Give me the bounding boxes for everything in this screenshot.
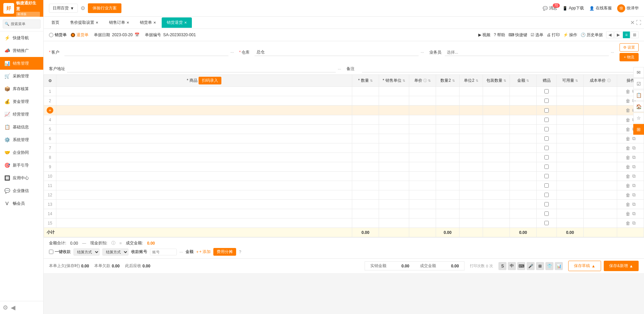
gift-check-15[interactable] (544, 221, 549, 225)
available-cell-13[interactable] (557, 200, 584, 209)
unit-cell-6[interactable] (379, 134, 409, 143)
tab-close-delivery[interactable]: ✕ (153, 21, 156, 24)
cost-cell-1[interactable] (584, 87, 617, 96)
price-cell-5[interactable] (409, 125, 436, 134)
cost-cell-12[interactable] (584, 190, 617, 200)
price-cell-8[interactable] (409, 153, 436, 162)
price-cell-12[interactable] (409, 190, 436, 200)
unit2-cell-3[interactable] (460, 106, 483, 115)
pkg-qty-cell-12[interactable] (483, 190, 510, 200)
summary-method-select[interactable]: 结算方式 (102, 248, 128, 256)
gift-check-14[interactable] (544, 211, 549, 216)
bottom-icon-5[interactable]: ⊞ (536, 262, 544, 270)
goods-cell-3[interactable] (56, 106, 352, 115)
unit2-cell-2[interactable] (460, 96, 483, 106)
unit2-cell-9[interactable] (460, 162, 483, 172)
sidebar-collapse-btn[interactable]: ◀ (11, 304, 15, 311)
qty-cell-13[interactable] (352, 200, 379, 209)
goods-input-10[interactable] (59, 174, 349, 179)
gift-check-1[interactable] (544, 89, 549, 93)
sidebar-item-newbie[interactable]: 🎯 新手引导 (0, 159, 43, 172)
sidebar-item-inventory[interactable]: 📦 库存核算 (0, 82, 43, 95)
pkg-qty-cell-6[interactable] (483, 134, 510, 143)
available-cell-12[interactable] (557, 190, 584, 200)
price-cell-15[interactable] (409, 218, 436, 228)
qty-cell-15[interactable] (352, 218, 379, 228)
bottom-icon-1[interactable]: S (498, 262, 506, 270)
copy-row-btn-15[interactable]: ⧉ (632, 220, 636, 226)
unit-cell-3[interactable] (379, 106, 409, 115)
gift-check-5[interactable] (544, 127, 549, 131)
amount-cell-6[interactable] (510, 134, 537, 143)
price-cell-13[interactable] (409, 200, 436, 209)
calendar-icon[interactable]: 📅 (135, 33, 140, 37)
customer-picker-icon[interactable]: ··· (230, 50, 234, 55)
price-cell-1[interactable] (409, 87, 436, 96)
qty-cell-12[interactable] (352, 190, 379, 200)
bottom-icon-7[interactable]: 📊 (555, 262, 563, 270)
available-sort-icon[interactable]: ⇅ (575, 79, 578, 82)
one-click-pay-checkbox[interactable] (49, 250, 53, 254)
goods-input-6[interactable] (59, 136, 349, 141)
copy-row-btn-10[interactable]: ⧉ (632, 173, 636, 179)
gift-check-11[interactable] (544, 183, 549, 188)
user-profile[interactable]: 徐 徐泽华 (617, 4, 639, 12)
save-draft-button[interactable]: 保存草稿 ▲ (568, 261, 601, 271)
qty-cell-3[interactable] (352, 106, 379, 115)
qty-sort-icon[interactable]: ⇅ (370, 79, 373, 82)
goods-cell-11[interactable] (56, 181, 352, 190)
qty-cell-6[interactable] (352, 134, 379, 143)
warehouse-picker-icon[interactable]: ··· (421, 50, 424, 55)
unit2-cell-12[interactable] (460, 190, 483, 200)
pkg-qty-cell-8[interactable] (483, 153, 510, 162)
pkg-qty-cell-3[interactable] (483, 106, 510, 115)
account-input[interactable] (150, 249, 177, 255)
bottom-icon-3[interactable]: ⌨ (517, 262, 525, 270)
history-btn[interactable]: 🕐 历史单据 (581, 32, 603, 38)
delete-row-btn-13[interactable]: 🗑 (626, 202, 630, 207)
address-picker-icon[interactable]: ··· (338, 67, 341, 71)
price-cell-10[interactable] (409, 172, 436, 181)
video-btn[interactable]: ▶ 视频 (478, 32, 490, 38)
sidebar-settings-btn[interactable]: ⚙ (3, 304, 8, 311)
gift-check-6[interactable] (544, 136, 549, 141)
sidebar-item-purchase[interactable]: 🛒 采购管理 (0, 70, 43, 82)
amount-cell-14[interactable] (510, 209, 537, 218)
gift-check-10[interactable] (544, 174, 549, 178)
warehouse-input[interactable] (255, 49, 419, 56)
goods-cell-7[interactable] (56, 143, 352, 153)
unit2-sort-icon[interactable]: ⇅ (476, 79, 478, 82)
radio-return[interactable]: 退货单 (71, 32, 89, 38)
goods-input-7[interactable] (59, 145, 349, 150)
available-cell-1[interactable] (557, 87, 584, 96)
address-input[interactable] (67, 65, 336, 72)
cost-cell-3[interactable] (584, 106, 617, 115)
cost-cell-5[interactable] (584, 125, 617, 134)
amount-cell-11[interactable] (510, 181, 537, 190)
sidebar-item-operation[interactable]: 📈 经营管理 (0, 108, 43, 121)
pkg-qty-cell-5[interactable] (483, 125, 510, 134)
goods-cell-14[interactable] (56, 209, 352, 218)
amount-cell-8[interactable] (510, 153, 537, 162)
price-cell-7[interactable] (409, 143, 436, 153)
gift-check-12[interactable] (544, 193, 549, 197)
discount-info-icon[interactable]: ⓘ (111, 240, 115, 246)
price-info-icon[interactable]: ⓘ (423, 78, 427, 82)
salesperson-input[interactable] (445, 49, 609, 56)
price-sort-icon[interactable]: ⇅ (428, 79, 431, 82)
unit-cell-1[interactable] (379, 87, 409, 96)
delete-row-btn-2[interactable]: 🗑 (626, 98, 630, 104)
qty-cell-14[interactable] (352, 209, 379, 218)
price-cell-4[interactable] (409, 115, 436, 125)
amount-cell-5[interactable] (510, 125, 537, 134)
copy-row-btn-9[interactable]: ⧉ (632, 164, 636, 170)
qty2-cell-2[interactable] (436, 96, 460, 106)
amount-cell-12[interactable] (510, 190, 537, 200)
unit-cell-8[interactable] (379, 153, 409, 162)
col-settings[interactable]: ⚙ (44, 75, 56, 87)
unit2-cell-8[interactable] (460, 153, 483, 162)
price-cell-14[interactable] (409, 209, 436, 218)
sidebar-item-apps[interactable]: 🔲 应用中心 (0, 172, 43, 184)
goods-input-8[interactable] (59, 155, 349, 160)
amount-cell-4[interactable] (510, 115, 537, 125)
